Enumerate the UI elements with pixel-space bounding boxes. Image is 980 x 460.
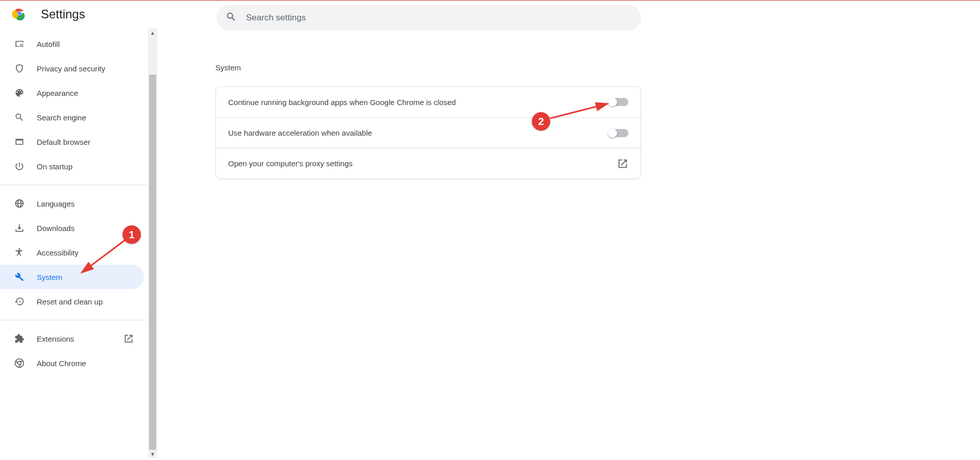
- scroll-thumb[interactable]: [149, 74, 156, 450]
- browser-icon: [14, 137, 24, 147]
- sidebar-item-label: Autofill: [37, 40, 60, 48]
- svg-line-6: [550, 104, 606, 118]
- sidebar-item-default-browser[interactable]: Default browser: [0, 130, 144, 154]
- section-title: System: [215, 63, 641, 72]
- main-content: System Continue running background apps …: [157, 29, 980, 458]
- sidebar-item-label: Downloads: [37, 224, 75, 233]
- page-title: Settings: [41, 7, 85, 21]
- sidebar-item-label: Languages: [37, 199, 75, 208]
- sidebar-item-label: Search engine: [37, 113, 86, 122]
- open-external-icon: [617, 158, 628, 169]
- sidebar-item-autofill[interactable]: Autofill: [0, 32, 144, 56]
- sidebar-item-on-startup[interactable]: On startup: [0, 154, 144, 178]
- sidebar-item-label: Reset and clean up: [37, 297, 103, 306]
- accessibility-icon: [14, 247, 24, 258]
- open-external-icon: [124, 334, 134, 344]
- extension-icon: [14, 334, 24, 344]
- shield-icon: [14, 63, 24, 73]
- chrome-icon: [14, 358, 24, 368]
- divider: [0, 320, 147, 320]
- sidebar-item-about-chrome[interactable]: About Chrome: [0, 351, 144, 375]
- annotation-arrow-2-icon: [546, 98, 612, 122]
- download-icon: [14, 223, 24, 233]
- sidebar-item-label: About Chrome: [37, 359, 86, 368]
- search-container: [216, 5, 641, 31]
- sidebar-item-label: Privacy and security: [37, 64, 105, 73]
- sidebar-item-privacy-and-security[interactable]: Privacy and security: [0, 56, 144, 81]
- palette-icon: [14, 88, 24, 98]
- search-icon: [226, 11, 237, 24]
- globe-icon: [14, 198, 24, 209]
- search-box[interactable]: [216, 5, 641, 31]
- sidebar-item-extensions[interactable]: Extensions: [0, 326, 144, 351]
- wrench-icon: [14, 272, 24, 282]
- sidebar-item-appearance[interactable]: Appearance: [0, 81, 144, 105]
- search-icon: [14, 112, 24, 122]
- search-input[interactable]: [246, 13, 632, 23]
- sidebar-item-label: On startup: [37, 162, 72, 171]
- autofill-icon: [14, 39, 24, 49]
- settings-row[interactable]: Open your computer's proxy settings: [216, 148, 641, 178]
- settings-row-label: Open your computer's proxy settings: [228, 159, 353, 168]
- toggle-switch[interactable]: [609, 129, 628, 137]
- sidebar-item-label: System: [37, 273, 62, 282]
- sidebar-item-label: Accessibility: [37, 248, 79, 257]
- sidebar-item-languages[interactable]: Languages: [0, 191, 144, 216]
- svg-line-5: [83, 238, 128, 272]
- settings-row-label: Use hardware acceleration when available: [228, 129, 372, 137]
- sidebar-scrollbar[interactable]: ▲ ▼: [148, 29, 157, 458]
- annotation-callout-2: 2: [532, 112, 550, 131]
- divider: [0, 185, 147, 185]
- annotation-callout-1: 1: [122, 225, 141, 244]
- restore-icon: [14, 296, 24, 306]
- sidebar-item-label: Extensions: [37, 335, 74, 343]
- sidebar-item-reset-and-clean-up[interactable]: Reset and clean up: [0, 289, 144, 314]
- scroll-down-icon[interactable]: ▼: [148, 450, 157, 458]
- settings-row-label: Continue running background apps when Go…: [228, 98, 456, 107]
- power-icon: [14, 161, 24, 171]
- sidebar-item-label: Appearance: [37, 89, 78, 97]
- chrome-logo-icon: [12, 6, 41, 22]
- sidebar-item-label: Default browser: [37, 138, 90, 146]
- scroll-up-icon[interactable]: ▲: [148, 29, 157, 37]
- sidebar-item-search-engine[interactable]: Search engine: [0, 105, 144, 130]
